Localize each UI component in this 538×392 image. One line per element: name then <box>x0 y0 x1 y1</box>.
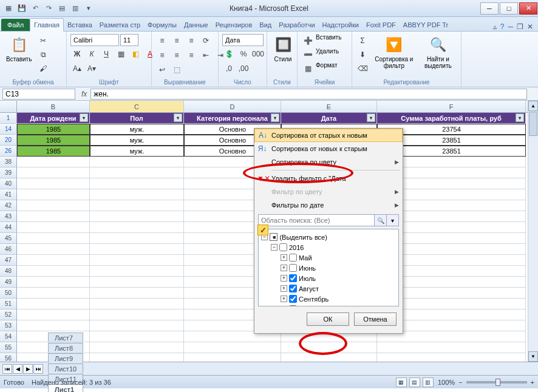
cell[interactable] <box>184 353 281 362</box>
expand-icon[interactable]: + <box>281 285 287 292</box>
zoom-in-icon[interactable]: + <box>531 379 534 386</box>
inc-decimal-icon[interactable]: ,0 <box>222 62 236 75</box>
format-cells-icon[interactable]: ▦ <box>301 62 315 75</box>
filter-btn-D[interactable]: ▾ <box>271 113 279 122</box>
cut-icon[interactable]: ✂ <box>36 34 50 47</box>
month-checkbox[interactable] <box>289 254 297 262</box>
cell[interactable] <box>90 309 184 320</box>
cell[interactable] <box>17 255 90 266</box>
row-header[interactable]: 50 <box>0 288 17 299</box>
row-header[interactable]: 14 <box>0 124 17 135</box>
cell[interactable] <box>17 157 90 167</box>
month-checkbox[interactable] <box>289 295 297 303</box>
cell[interactable] <box>17 320 90 331</box>
tree-month[interactable]: + Сентябрь <box>261 294 396 304</box>
copy-icon[interactable]: ⧉ <box>36 48 50 61</box>
tab-formulas[interactable]: Формулы <box>144 19 180 31</box>
autosum-icon[interactable]: Σ <box>356 34 369 47</box>
minimize-button[interactable]: ─ <box>480 2 499 15</box>
scroll-down-icon[interactable]: ▼ <box>528 351 538 362</box>
filter-btn-F[interactable]: ▾ <box>516 113 524 122</box>
zoom-out-icon[interactable]: − <box>458 379 462 386</box>
merge-icon[interactable]: ⬚ <box>170 63 183 76</box>
currency-icon[interactable]: 💲 <box>222 47 236 61</box>
col-header-B[interactable]: B <box>17 101 90 112</box>
italic-button[interactable]: К <box>85 47 98 61</box>
cell[interactable] <box>90 320 184 331</box>
maximize-button[interactable]: □ <box>500 2 518 15</box>
nav-first-icon[interactable]: ⏮ <box>2 364 12 374</box>
row-header[interactable]: 20 <box>0 135 17 146</box>
row-header[interactable]: 48 <box>0 266 17 277</box>
cell[interactable]: муж. <box>90 135 184 146</box>
cell[interactable] <box>17 233 90 244</box>
col-header-D[interactable]: D <box>184 101 281 112</box>
fill-icon[interactable]: ⬇ <box>356 48 369 61</box>
cell[interactable] <box>184 342 281 353</box>
row-header[interactable]: 54 <box>0 331 17 342</box>
styles-button[interactable]: 🔲 Стили <box>271 34 295 64</box>
tree-month[interactable]: + Июль <box>261 273 396 283</box>
file-tab[interactable]: Файл <box>1 19 30 31</box>
row-header[interactable]: 56 <box>0 353 17 362</box>
cell[interactable] <box>90 342 184 353</box>
cell[interactable] <box>17 353 90 362</box>
cell[interactable] <box>90 353 184 362</box>
doc-minimize-icon[interactable]: ─ <box>508 22 513 31</box>
zoom-slider[interactable] <box>466 381 527 384</box>
redo-icon[interactable]: ↷ <box>43 2 55 15</box>
delete-label[interactable]: Удалить <box>316 48 339 61</box>
expand-icon[interactable]: + <box>281 265 287 271</box>
tree-select-all[interactable]: − ■ (Выделить все) <box>261 232 396 242</box>
cell[interactable]: 1985 <box>17 146 90 157</box>
align-top-icon[interactable]: ≡ <box>155 34 169 47</box>
doc-close-icon[interactable]: ✕ <box>527 22 533 31</box>
select-all-corner[interactable] <box>0 101 17 112</box>
row-header[interactable]: 41 <box>0 189 17 200</box>
row-header[interactable]: 49 <box>0 277 17 288</box>
nav-next-icon[interactable]: ▶ <box>23 364 33 374</box>
align-mid-icon[interactable]: ≡ <box>170 34 183 47</box>
row-header[interactable]: 45 <box>0 233 17 244</box>
col-header-F[interactable]: F <box>377 101 526 112</box>
cell[interactable]: муж. <box>90 124 184 135</box>
row-header[interactable]: 55 <box>0 342 17 353</box>
cell[interactable] <box>90 211 184 222</box>
qat-dropdown-icon[interactable]: ▾ <box>83 2 95 15</box>
scroll-up-icon[interactable]: ▲ <box>528 101 538 111</box>
cell[interactable] <box>90 244 184 255</box>
ok-button[interactable]: ОК <box>307 313 349 326</box>
cell[interactable] <box>17 331 90 342</box>
year-checkbox[interactable] <box>279 243 287 251</box>
save-icon[interactable]: 💾 <box>16 2 28 15</box>
insert-label[interactable]: Вставить <box>316 34 341 47</box>
tab-addins[interactable]: Надстройки <box>319 19 363 31</box>
date-filters-item[interactable]: Фильтры по дате▶ <box>254 198 403 212</box>
normal-view-icon[interactable]: ▦ <box>396 377 407 387</box>
month-checkbox[interactable] <box>289 274 297 282</box>
format-painter-icon[interactable]: 🖌 <box>36 62 50 75</box>
tab-review[interactable]: Рецензиров <box>212 19 256 31</box>
bold-button[interactable]: Ж <box>70 47 84 61</box>
nav-last-icon[interactable]: ⏭ <box>33 364 43 374</box>
cell[interactable] <box>17 288 90 299</box>
underline-button[interactable]: Ч <box>100 47 113 61</box>
row-header[interactable]: 38 <box>0 157 17 167</box>
orientation-icon[interactable]: ⟳ <box>199 34 213 47</box>
cell[interactable] <box>17 189 90 200</box>
col-header-E[interactable]: E <box>281 101 377 112</box>
cell[interactable] <box>17 299 90 309</box>
tab-developer[interactable]: Разработчи <box>275 19 318 31</box>
sort-descending-item[interactable]: Я↓ Сортировка от новых к старым <box>254 142 403 155</box>
font-name-select[interactable]: Calibri <box>70 34 119 46</box>
cell[interactable] <box>90 331 184 342</box>
cell[interactable] <box>90 167 184 178</box>
cell[interactable] <box>17 178 90 189</box>
paste-button[interactable]: 📋 Вставить <box>4 34 34 64</box>
cell[interactable] <box>90 189 184 200</box>
qat-extra1-icon[interactable]: ▤ <box>56 2 68 15</box>
col-header-C[interactable]: C <box>90 101 184 112</box>
delete-cells-icon[interactable]: ➖ <box>301 48 315 61</box>
name-box[interactable]: C13 <box>2 89 75 100</box>
tree-month[interactable]: + Август <box>261 283 396 294</box>
